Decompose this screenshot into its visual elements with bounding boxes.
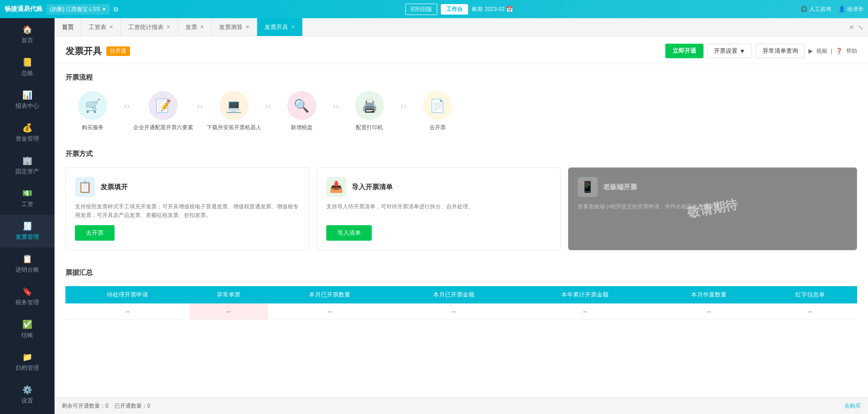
page-title: 发票开具	[65, 45, 102, 57]
method-card-header-manual: 📋 发票填开	[75, 177, 300, 197]
settings-button[interactable]: 开票设置 ▼	[707, 44, 752, 58]
import-list-button[interactable]: 导入清单	[326, 225, 372, 241]
import-action: 导入清单	[326, 225, 551, 241]
close-icon[interactable]: ✕	[166, 24, 170, 30]
close-all-icon[interactable]: ✕	[849, 24, 854, 31]
sidebar-item-assets[interactable]: 🏢 固定资产	[0, 149, 55, 182]
company-selector[interactable]: (勿删) 江西服宝-LSS ▼	[46, 4, 110, 15]
tab-salary-table[interactable]: 工资表 ✕	[81, 18, 121, 36]
config-icon: 📝	[149, 91, 178, 120]
sidebar-item-home[interactable]: 🏠 首页	[0, 18, 55, 51]
summary-section-title: 票据汇总	[65, 268, 857, 277]
import-desc: 支持导入待开票清单，可对待开票清单进行拆分、合并处理。	[326, 202, 551, 211]
summary-section: 票据汇总 待处理开票申请 异常单票 本月已开票数量 本月已开票金额 本年累计开票…	[55, 259, 868, 329]
sidebar-label-purchase: 进销台账	[15, 266, 39, 274]
sidebar-item-archive[interactable]: 📁 归档管理	[0, 346, 55, 379]
cell-red-note: --	[763, 303, 857, 320]
calendar-icon[interactable]: 📅	[506, 6, 513, 12]
download-label: 下载并安装开票机器人	[207, 124, 261, 131]
restore-icon[interactable]: ⤡	[858, 24, 863, 31]
method-card-import: 📥 导入开票清单 支持导入待开票清单，可对待开票清单进行拆分、合并处理。 导入清…	[317, 167, 561, 250]
content-area: 首页 工资表 ✕ 工资统计报表 ✕ 发票 ✕ 发票测算 ✕ 发票开具 ✕	[55, 18, 868, 414]
help-icon[interactable]: ❓	[836, 48, 843, 54]
period-label: 账期	[472, 5, 483, 13]
sidebar-label-invoice: 发票管理	[15, 233, 39, 241]
close-books-icon: ✅	[22, 319, 32, 329]
sidebar-item-guide[interactable]: 🎯 新手引导	[0, 411, 55, 414]
col-pending: 待处理开票申请	[65, 286, 190, 303]
close-icon[interactable]: ✕	[200, 24, 204, 30]
abnormal-query-button[interactable]: 异常清单查询	[756, 44, 805, 58]
config-label: 企业开通配置开票六要素	[133, 124, 193, 131]
tab-label-invoice-calc: 发票测算	[219, 23, 243, 31]
opened-label: 已开通数量：0	[115, 403, 150, 409]
manual-title: 发票填开	[100, 183, 128, 192]
sidebar-item-invoice[interactable]: 🧾 发票管理	[0, 215, 55, 247]
tab-home[interactable]: 首页	[55, 18, 81, 36]
sidebar-item-close[interactable]: ✅ 结账	[0, 313, 55, 346]
chevron-down-icon: ▼	[739, 48, 745, 55]
sidebar-item-finance[interactable]: 💰 资金管理	[0, 116, 55, 149]
close-icon[interactable]: ✕	[245, 24, 249, 30]
sidebar-item-ledger[interactable]: 📒 总账	[0, 51, 55, 84]
tab-salary-stats[interactable]: 工资统计报表 ✕	[121, 18, 178, 36]
app-logo: 畅捷通易代账	[5, 5, 43, 13]
import-title: 导入开票清单	[352, 183, 393, 192]
cell-void-count: --	[654, 303, 763, 320]
col-void-count: 本月作废数量	[654, 286, 763, 303]
sidebar-item-settings[interactable]: ⚙️ 设置	[0, 379, 55, 411]
process-step-printer: 🖨️ 配置打印机	[342, 91, 397, 131]
sidebar-item-purchase[interactable]: 📋 进销台账	[0, 247, 55, 280]
bottom-left: 剩余可开通数量：0 已开通数量：0	[62, 402, 150, 410]
copy-icon[interactable]: ⧉	[114, 5, 118, 13]
cell-year-amount: --	[516, 303, 655, 320]
video-icon[interactable]: ▶	[808, 48, 813, 54]
issue-icon: 📄	[423, 91, 452, 120]
arrow-5: ››	[400, 101, 406, 111]
buy-link[interactable]: 去购买	[844, 402, 861, 410]
tab-invoice-calc[interactable]: 发票测算 ✕	[212, 18, 257, 36]
process-section: 开票流程 🛒 购买服务 ›› 📝 企业开通配置开票六要素	[55, 64, 868, 141]
top-bar-right: 🎧 人工咨询 👤 徐泽华	[801, 5, 863, 13]
user-profile[interactable]: 👤 徐泽华	[838, 5, 863, 13]
cell-pending: --	[65, 303, 190, 320]
period-info: 账期 2023-02 📅	[472, 5, 513, 13]
top-bar: 畅捷通易代账 (勿删) 江西服宝-LSS ▼ ⧉ 切到旧版 工作台 账期 202…	[0, 0, 868, 18]
sidebar-item-tax[interactable]: 🔖 税务管理	[0, 280, 55, 313]
sidebar-label-tax: 税务管理	[15, 298, 39, 307]
coming-soon-overlay: 敬请期待	[569, 168, 857, 250]
activate-button[interactable]: 立即开通	[665, 44, 703, 58]
support-label: 人工咨询	[809, 5, 831, 13]
printer-label: 配置打印机	[356, 124, 383, 131]
tab-label-invoice: 发票	[185, 23, 197, 31]
sidebar-label-close: 结账	[21, 331, 33, 339]
close-icon[interactable]: ✕	[291, 24, 295, 30]
help-label: 帮助	[846, 47, 857, 55]
sidebar-label-salary: 工资	[21, 200, 33, 208]
page-content: 发票开具 待开通 立即开通 开票设置 ▼ 异常清单查询 ▶ 视频 | ❓	[55, 36, 868, 398]
issue-label: 去开票	[429, 124, 446, 131]
tab-invoice[interactable]: 发票 ✕	[178, 18, 212, 36]
salary-icon: 💵	[22, 188, 32, 198]
sidebar-label-assets: 固定资产	[15, 167, 39, 176]
cell-abnormal: --	[190, 303, 268, 320]
tab-invoice-issue[interactable]: 发票开具 ✕	[257, 18, 303, 36]
tab-label-salary-table: 工资表	[89, 23, 106, 31]
close-icon[interactable]: ✕	[109, 24, 113, 30]
old-version-button[interactable]: 切到旧版	[405, 4, 437, 15]
assets-icon: 🏢	[22, 156, 32, 166]
manual-icon: 📋	[78, 181, 92, 193]
support-link[interactable]: 🎧 人工咨询	[801, 5, 831, 13]
sidebar-label-settings: 设置	[21, 397, 33, 405]
workspace-button[interactable]: 工作台	[441, 4, 468, 15]
method-card-header-import: 📥 导入开票清单	[326, 177, 551, 197]
sidebar-item-report[interactable]: 📊 报表中心	[0, 84, 55, 116]
sidebar-item-salary[interactable]: 💵 工资	[0, 182, 55, 215]
settings-label: 开票设置	[714, 47, 738, 55]
tab-label-home: 首页	[62, 23, 74, 31]
ledger-icon: 📒	[22, 57, 32, 67]
chevron-down-icon: ▼	[102, 7, 106, 12]
go-issue-button[interactable]: 去开票	[75, 225, 115, 241]
buy-icon: 🛒	[78, 91, 107, 120]
col-year-amount: 本年累计开票金额	[516, 286, 655, 303]
